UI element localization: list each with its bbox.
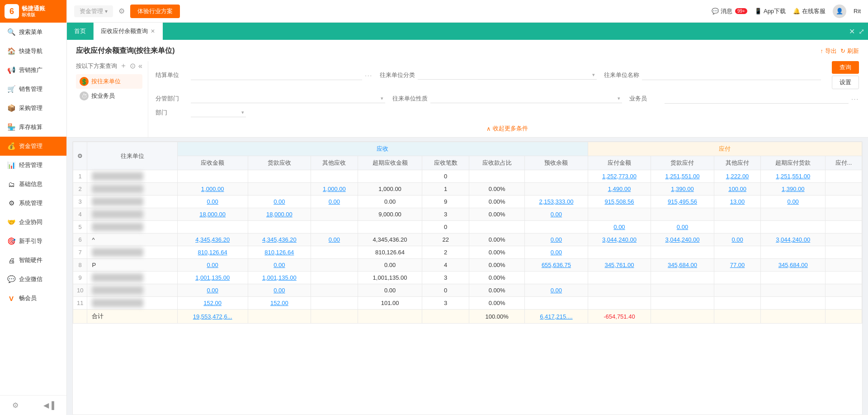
sidebar-item-basic[interactable]: 🗂 基础信息 [0, 175, 66, 194]
filter-settings-icon[interactable]: ⊙ [130, 62, 136, 70]
sidebar-item-purchase[interactable]: 📦 采购管理 [0, 99, 66, 118]
col-settings-icon[interactable]: ⚙ [73, 142, 87, 170]
table-cell[interactable]: 1,000.00 [177, 183, 248, 196]
partner-nature-label: 往来单位性质 [392, 95, 428, 103]
jiesuan-input[interactable] [191, 70, 362, 80]
sidebar-item-vip[interactable]: V 畅会员 [0, 289, 66, 308]
table-cell[interactable]: 915,508.56 [588, 196, 651, 208]
table-cell[interactable]: 18,000.00 [177, 208, 248, 221]
table-cell[interactable]: 345,684.00 [761, 259, 826, 272]
tab-close-icon[interactable]: ✕ [151, 28, 155, 34]
table-cell[interactable]: 0.00 [248, 259, 311, 272]
table-cell[interactable]: 3,044,240.00 [761, 234, 826, 246]
table-cell[interactable]: 1,490.00 [588, 183, 651, 196]
app-download-button[interactable]: 📱 App下载 [755, 7, 786, 15]
sidebar-item-hardware[interactable]: 🖨 智能硬件 [0, 251, 66, 270]
filter-add-icon[interactable]: ＋ [120, 61, 127, 71]
sidebar-item-inventory[interactable]: 🏪 库存核算 [0, 118, 66, 137]
table-cell[interactable]: 0.00 [525, 284, 588, 297]
salesperson-input[interactable] [665, 94, 849, 104]
filter-back-icon[interactable]: « [138, 62, 142, 70]
jiesuan-dots-icon[interactable]: ··· [365, 72, 373, 79]
table-cell[interactable]: 0.00 [651, 221, 714, 234]
avatar[interactable]: 👤 [833, 5, 846, 18]
table-cell[interactable]: 0.00 [525, 208, 588, 221]
sidebar-item-operations[interactable]: 📊 经营管理 [0, 156, 66, 175]
table-cell[interactable]: 0.00 [177, 259, 248, 272]
table-cell[interactable]: 0.00 [177, 196, 248, 208]
sidebar-item-finance[interactable]: 💰 资金管理 [0, 137, 66, 156]
table-cell[interactable]: 0.00 [248, 196, 311, 208]
tab-home[interactable]: 首页 [67, 23, 94, 40]
footer-advance[interactable]: 6,417,215.... [525, 310, 588, 324]
sidebar-item-sales[interactable]: 🛒 销售管理 [0, 80, 66, 99]
table-cell[interactable]: 13.00 [714, 196, 761, 208]
table-cell[interactable]: 1,222.00 [714, 170, 761, 183]
table-cell[interactable]: 152.00 [248, 297, 311, 310]
table-cell[interactable]: 3,044,240.00 [588, 234, 651, 246]
table-cell[interactable]: 1,000.00 [311, 183, 358, 196]
table-cell[interactable]: 0.00 [761, 196, 826, 208]
table-cell[interactable]: 1,001,135.00 [177, 272, 248, 284]
table-cell[interactable]: 1,251,551.00 [761, 170, 826, 183]
table-cell[interactable]: 0.00 [714, 234, 761, 246]
table-cell[interactable]: 3,044,240.00 [651, 234, 714, 246]
table-cell[interactable]: 77.00 [714, 259, 761, 272]
solution-button[interactable]: 体验行业方案 [130, 5, 180, 18]
gear-icon[interactable]: ⚙ [118, 7, 125, 15]
sidebar-item-guide[interactable]: 🎯 新手引导 [0, 232, 66, 251]
footer-ar-total[interactable]: 19,553,472,6... [177, 310, 248, 324]
message-button[interactable]: 💬 消息 99+ [712, 7, 747, 15]
table-cell[interactable]: 345,761.00 [588, 259, 651, 272]
tab-ar-ap[interactable]: 应收应付余额查询 ✕ [94, 23, 163, 40]
sidebar-item-collab[interactable]: 🤝 企业协同 [0, 213, 66, 232]
table-cell[interactable]: 810,126.64 [177, 246, 248, 259]
salesperson-dots-icon[interactable]: ··· [851, 95, 859, 102]
table-cell[interactable]: 1,390.00 [651, 183, 714, 196]
tab-expand-icon[interactable]: ⤢ [859, 27, 864, 36]
partner-name-input[interactable] [642, 70, 821, 80]
online-service-button[interactable]: 🔔 在线客服 [793, 7, 826, 15]
dept-select[interactable]: ▾ [191, 108, 246, 117]
table-cell[interactable]: 1,001,135.00 [248, 272, 311, 284]
table-cell[interactable]: 0.00 [311, 234, 358, 246]
table-cell[interactable]: 2,153,333.00 [525, 196, 588, 208]
sidebar-settings-icon[interactable]: ⚙ [9, 399, 22, 411]
fenguan-select[interactable]: ▾ [191, 94, 385, 103]
table-cell[interactable]: 810,126.64 [248, 246, 311, 259]
table-cell[interactable]: 915,495.56 [651, 196, 714, 208]
refresh-button[interactable]: ↻ 刷新 [840, 47, 859, 55]
table-cell [358, 170, 422, 183]
table-cell[interactable]: 655,636.75 [525, 259, 588, 272]
table-cell[interactable]: 100.00 [714, 183, 761, 196]
table-cell[interactable]: 4,345,436.20 [177, 234, 248, 246]
sidebar-item-marketing[interactable]: 📢 营销推广 [0, 61, 66, 80]
filter-option-by-partner[interactable]: 💲 按往来单位 [76, 74, 142, 89]
partner-category-select[interactable]: ▾ [418, 71, 597, 80]
table-cell[interactable]: 1,252,773.00 [588, 170, 651, 183]
query-button[interactable]: 查询 [832, 61, 859, 74]
table-cell[interactable]: 1,251,551.00 [651, 170, 714, 183]
sidebar-item-quicknav[interactable]: 🏠 快捷导航 [0, 42, 66, 61]
sidebar-collapse-icon[interactable]: ◀▐ [40, 399, 57, 411]
table-cell[interactable]: 0.00 [177, 284, 248, 297]
export-button[interactable]: ↑ 导出 [821, 47, 837, 55]
sidebar-item-system[interactable]: ⚙ 系统管理 [0, 194, 66, 213]
filter-option-by-salesperson[interactable]: ⏱ 按业务员 [76, 89, 142, 103]
table-cell[interactable]: 152.00 [177, 297, 248, 310]
sidebar-item-search[interactable]: 🔍 搜索菜单 [0, 23, 66, 42]
table-cell[interactable]: 0.00 [525, 234, 588, 246]
table-cell[interactable]: 0.00 [311, 196, 358, 208]
table-cell[interactable]: 18,000.00 [248, 208, 311, 221]
table-cell[interactable]: 0.00 [588, 221, 651, 234]
tab-close-all-icon[interactable]: ✕ [849, 27, 855, 36]
table-cell[interactable]: 0.00 [248, 284, 311, 297]
settings-button[interactable]: 设置 [832, 76, 859, 89]
table-cell[interactable]: 4,345,436.20 [248, 234, 311, 246]
partner-nature-select[interactable]: ▾ [430, 94, 622, 103]
filter-collapse-button[interactable]: ∧ 收起更多条件 [156, 122, 859, 137]
table-cell[interactable]: 0.00 [525, 246, 588, 259]
table-cell[interactable]: 345,684.00 [651, 259, 714, 272]
table-cell[interactable]: 1,390.00 [761, 183, 826, 196]
sidebar-item-wechat[interactable]: 💬 企业微信 [0, 270, 66, 289]
